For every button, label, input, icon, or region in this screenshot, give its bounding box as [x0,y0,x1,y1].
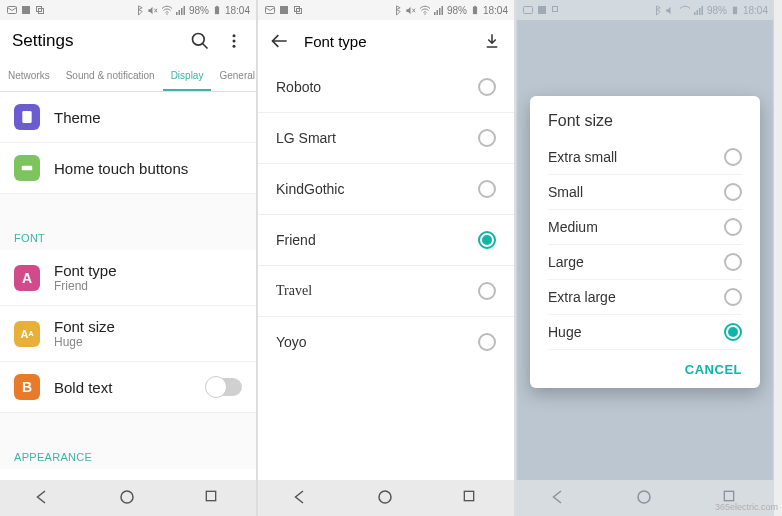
font-option-lgsmart[interactable]: LG Smart [258,113,514,164]
tab-networks[interactable]: Networks [0,62,58,91]
option-label: KindGothic [276,181,478,197]
radio-icon [478,333,496,351]
size-option-medium[interactable]: Medium [548,210,742,245]
row-sub: Friend [54,279,242,293]
font-option-yoyo[interactable]: Yoyo [258,317,514,367]
svg-rect-35 [538,6,546,14]
nav-back-icon[interactable] [549,488,569,508]
overflow-menu-icon[interactable] [224,31,244,51]
size-option-large[interactable]: Large [548,245,742,280]
nav-bar [258,480,514,516]
row-sub: Huge [54,335,242,349]
option-label: Medium [548,219,724,235]
download-icon[interactable] [482,31,502,51]
nav-home-icon[interactable] [118,488,138,508]
nav-back-icon[interactable] [33,488,53,508]
svg-point-32 [379,491,391,503]
radio-icon [724,218,742,236]
svg-rect-28 [439,8,441,15]
svg-rect-6 [178,10,180,15]
back-arrow-icon[interactable] [270,31,290,51]
battery-text: 98% [189,5,209,16]
svg-point-13 [233,40,236,43]
row-theme[interactable]: Theme [0,92,256,143]
nav-recent-icon[interactable] [203,488,223,508]
svg-rect-30 [473,7,477,15]
htb-icon [14,155,40,181]
svg-point-12 [233,34,236,37]
option-label: Large [548,254,724,270]
svg-rect-29 [441,6,443,15]
copy-icon [292,4,304,16]
svg-rect-15 [22,111,31,123]
option-label: Roboto [276,79,478,95]
svg-rect-41 [733,7,737,15]
row-home-touch-buttons[interactable]: Home touch buttons [0,143,256,194]
tab-general[interactable]: General [211,62,258,91]
screen-settings-display: 98% 18:04 Settings Networks Sound & noti… [0,0,258,516]
tab-display[interactable]: Display [163,62,212,91]
radio-icon [724,183,742,201]
font-option-friend[interactable]: Friend [258,215,514,266]
svg-rect-7 [181,8,183,15]
bold-text-icon: B [14,374,40,400]
row-label: Font type [54,262,242,279]
row-label: Font size [54,318,242,335]
svg-rect-8 [183,6,185,15]
nav-recent-icon[interactable] [461,488,481,508]
row-label: Bold text [54,379,192,396]
size-option-small[interactable]: Small [548,175,742,210]
row-bold-text[interactable]: B Bold text [0,362,256,413]
status-bar: 98% 18:04 [516,0,774,20]
section-font: FONT [0,212,256,250]
svg-rect-10 [216,6,218,7]
radio-icon [478,180,496,198]
status-bar: 98% 18:04 [0,0,256,20]
watermark: 365electric.com [715,502,778,512]
mute-icon [147,4,159,16]
theme-icon [14,104,40,130]
svg-point-25 [424,13,426,15]
size-option-extra-small[interactable]: Extra small [548,140,742,175]
battery-icon [729,4,741,16]
font-option-kindgothic[interactable]: KindGothic [258,164,514,215]
svg-rect-20 [207,491,216,500]
nav-home-icon[interactable] [376,488,396,508]
wifi-icon [679,4,691,16]
page-title: Settings [12,31,176,51]
row-font-size[interactable]: AA Font size Huge [0,306,256,362]
option-label: Friend [276,232,478,248]
svg-rect-36 [553,7,558,12]
row-label: Home touch buttons [54,160,242,177]
size-option-huge[interactable]: Huge [548,315,742,350]
font-option-roboto[interactable]: Roboto [258,62,514,113]
nav-bar [0,480,256,516]
clock-text: 18:04 [743,5,768,16]
nav-home-icon[interactable] [635,488,655,508]
row-font-type[interactable]: A Font type Friend [0,250,256,306]
cancel-button[interactable]: CANCEL [685,362,742,377]
page-title: Font type [304,33,468,50]
radio-icon [478,78,496,96]
svg-rect-37 [694,12,696,15]
battery-icon [469,4,481,16]
row-label: Theme [54,109,242,126]
radio-icon [724,288,742,306]
font-option-travel[interactable]: Travel [258,266,514,317]
signal-icon [175,4,187,16]
mute-icon [405,4,417,16]
tab-sound[interactable]: Sound & notification [58,62,163,91]
settings-tabs: Networks Sound & notification Display Ge… [0,62,256,92]
radio-icon [478,282,496,300]
search-icon[interactable] [190,31,210,51]
radio-icon [724,148,742,166]
option-label: Yoyo [276,334,478,350]
bold-text-toggle[interactable] [206,378,242,396]
svg-rect-39 [699,8,701,15]
nav-back-icon[interactable] [291,488,311,508]
svg-rect-43 [724,491,733,500]
option-label: Extra small [548,149,724,165]
radio-icon [478,231,496,249]
dialog-title: Font size [548,112,742,130]
size-option-extra-large[interactable]: Extra large [548,280,742,315]
